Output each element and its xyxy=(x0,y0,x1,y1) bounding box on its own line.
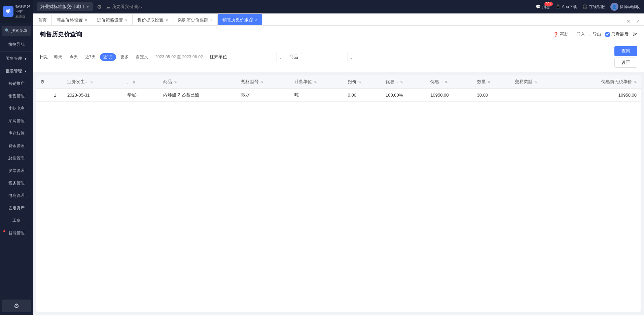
date-btn-custom[interactable]: 自定义 xyxy=(133,53,151,61)
sort-date-icon[interactable]: ⇅ xyxy=(90,80,93,84)
col-header-discount-pct[interactable]: 优惠... ⇅ xyxy=(382,75,426,89)
search-menu-button[interactable]: 🔍 搜索菜单 xyxy=(2,26,31,36)
sort-spec-icon[interactable]: ⇅ xyxy=(260,80,263,84)
online-service-button[interactable]: 🎧 在线客服 xyxy=(582,4,605,10)
export-icon: ↓ xyxy=(589,32,592,37)
sidebar-bottom: ⚙ xyxy=(0,297,33,315)
tabbar-controls: ✕ ⤢ xyxy=(625,17,644,25)
sort-product-icon[interactable]: ⇅ xyxy=(174,80,177,84)
sort-extra-icon[interactable]: ⇅ xyxy=(133,80,135,84)
tab-price-settings[interactable]: 商品价格设置 × xyxy=(52,14,92,25)
sort-unit-icon[interactable]: ⇅ xyxy=(314,80,317,84)
tab-close-sales-history[interactable]: × xyxy=(255,18,257,22)
import-link[interactable]: ↑ 导入 xyxy=(573,31,585,37)
sort-discount-pct-icon[interactable]: ⇅ xyxy=(400,80,403,84)
source-unit-dots-button[interactable]: ... xyxy=(278,54,283,60)
sort-quantity-icon[interactable]: ⇅ xyxy=(488,80,490,84)
source-unit-input[interactable] xyxy=(230,53,277,61)
topbar-settings-button[interactable]: ⚙ xyxy=(97,4,102,10)
sidebar-item-sales[interactable]: 销售管理 xyxy=(0,90,33,102)
topbar: 好业财标准版交付试用 ▼ ⚙ ☁ 我要看实例演示 💬 消息 99+ 📱 App下… xyxy=(33,0,644,13)
tab-close-purchase-strategy[interactable]: × xyxy=(125,18,128,23)
last-only-checkbox[interactable] xyxy=(605,32,610,37)
sidebar-item-ecommerce-small[interactable]: 小畅电商 xyxy=(0,102,33,115)
col-header-no-tax-price[interactable]: 优惠前无税单价 ⇅ xyxy=(564,75,641,89)
search-icon: 🔍 xyxy=(5,28,10,33)
sidebar-item-ecommerce[interactable]: 电商管理 xyxy=(0,189,33,202)
sidebar-item-purchase[interactable]: 采购管理 xyxy=(0,115,33,127)
module-name: 好业财标准版交付试用 xyxy=(40,4,84,10)
filter-bar: 日期 昨天 今天 近7天 近1月 更多 自定义 2023-05-02 至 202… xyxy=(33,42,644,72)
sort-trade-type-icon[interactable]: ⇅ xyxy=(534,80,537,84)
tab-sales-history[interactable]: 销售历史价跟踪 × xyxy=(218,14,262,25)
retail-expand-arrow: ▼ xyxy=(24,57,27,61)
search-menu-btn[interactable]: 🔍 搜索菜单 xyxy=(0,23,33,38)
help-link[interactable]: ❓ 帮助 xyxy=(553,31,569,37)
avatar: 👤 xyxy=(610,3,618,11)
export-link[interactable]: ↓ 导出 xyxy=(589,31,602,37)
product-filter-label: 商品 xyxy=(289,54,298,60)
sidebar-item-finance[interactable]: 资金管理 xyxy=(0,140,33,152)
sort-discount-price-icon[interactable]: ⇅ xyxy=(445,80,448,84)
tab-sale-extract[interactable]: 售价提取设置 × xyxy=(133,14,173,25)
product-input[interactable] xyxy=(301,53,348,61)
sidebar-settings-button[interactable]: ⚙ xyxy=(2,300,31,312)
query-button[interactable]: 查询 xyxy=(614,46,637,56)
tab-home[interactable]: 首页 xyxy=(33,14,52,25)
row-discount-pct-cell: 100.00% xyxy=(382,89,426,102)
logo-icon: 畅 xyxy=(3,6,13,17)
sidebar-item-payroll[interactable]: 工资 xyxy=(0,214,33,227)
date-btn-more[interactable]: 更多 xyxy=(117,53,132,61)
col-header-date[interactable]: 业务发生... ⇅ xyxy=(63,75,123,89)
date-btn-today[interactable]: 今天 xyxy=(67,53,81,61)
app-logo: 畅 畅捷通好业财 标准版 xyxy=(0,0,33,23)
col-header-spec[interactable]: 规格型号 ⇅ xyxy=(237,75,290,89)
message-button[interactable]: 💬 消息 99+ xyxy=(536,4,550,10)
col-header-unit[interactable]: 计量单位 ⇅ xyxy=(290,75,344,89)
sidebar-divider-1 xyxy=(0,51,33,52)
col-header-quantity[interactable]: 数量 ⇅ xyxy=(473,75,511,89)
help-icon: ❓ xyxy=(553,32,559,37)
col-header-discount-price[interactable]: 优惠... ⇅ xyxy=(426,75,473,89)
sidebar-item-ledger[interactable]: 总账管理 xyxy=(0,152,33,165)
app-download-button[interactable]: 📱 App下载 xyxy=(556,4,577,10)
settings-icon: ⚙ xyxy=(14,302,19,310)
tab-close-all-button[interactable]: ✕ xyxy=(625,17,632,25)
col-header-trade-type[interactable]: 交易类型 ⇅ xyxy=(511,75,564,89)
sidebar-item-assets[interactable]: 固定资产 xyxy=(0,202,33,214)
tab-purchase-history[interactable]: 采购历史价跟踪 × xyxy=(173,14,218,25)
date-range-display: 2023-05-02 至 2023-06-02 xyxy=(155,54,203,60)
last-only-checkbox-label[interactable]: 只看最后一次 xyxy=(605,31,637,37)
product-dots-button[interactable]: ... xyxy=(349,54,354,60)
tab-close-purchase-history[interactable]: × xyxy=(210,18,213,23)
col-header-num xyxy=(50,75,63,89)
col-header-product[interactable]: 商品 ⇅ xyxy=(159,75,237,89)
sidebar-item-inventory[interactable]: 库存核算 xyxy=(0,127,33,140)
date-btn-yesterday[interactable]: 昨天 xyxy=(51,53,65,61)
tab-close-price-settings[interactable]: × xyxy=(85,18,87,23)
sort-price-icon[interactable]: ⇅ xyxy=(358,80,361,84)
tab-purchase-strategy[interactable]: 进价策略设置 × xyxy=(92,14,133,25)
sort-no-tax-price-icon[interactable]: ⇅ xyxy=(634,80,637,84)
user-profile-button[interactable]: 👤 徐泽华修改 xyxy=(610,3,640,11)
tab-maximize-button[interactable]: ⤢ xyxy=(635,17,641,25)
col-header-price[interactable]: 报价 ⇅ xyxy=(344,75,382,89)
sidebar-item-smart[interactable]: 智能管理 xyxy=(0,227,33,239)
sidebar-item-quick-nav[interactable]: 快捷导航 xyxy=(0,38,33,51)
sidebar-item-retail[interactable]: 零售管理 ▼ xyxy=(0,53,33,65)
table-settings-gear[interactable]: ⚙ xyxy=(40,79,45,84)
module-selector[interactable]: 好业财标准版交付试用 ▼ xyxy=(37,2,93,11)
headset-icon: 🎧 xyxy=(582,4,587,9)
sidebar-item-tax[interactable]: 税务管理 xyxy=(0,177,33,189)
sidebar-item-invoice[interactable]: 发票管理 xyxy=(0,165,33,177)
data-table-wrap: ⚙ 业务发生... ⇅ ... ⇅ 商品 ⇅ xyxy=(36,75,641,312)
date-btn-7days[interactable]: 近7天 xyxy=(82,53,99,61)
tabbar: 首页 商品价格设置 × 进价策略设置 × 售价提取设置 × 采购历史价跟踪 × … xyxy=(33,13,644,26)
sidebar-item-marketing[interactable]: 营销推广 xyxy=(0,77,33,90)
filter-settings-button[interactable]: 设置 xyxy=(614,58,637,68)
col-header-extra[interactable]: ... ⇅ xyxy=(123,75,159,89)
tab-close-sale-extract[interactable]: × xyxy=(166,18,168,23)
sidebar-item-wholesale[interactable]: 批发管理 ▲ xyxy=(0,65,33,77)
date-btn-1month[interactable]: 近1月 xyxy=(100,53,116,61)
demo-link[interactable]: ☁ 我要看实例演示 xyxy=(106,4,142,10)
